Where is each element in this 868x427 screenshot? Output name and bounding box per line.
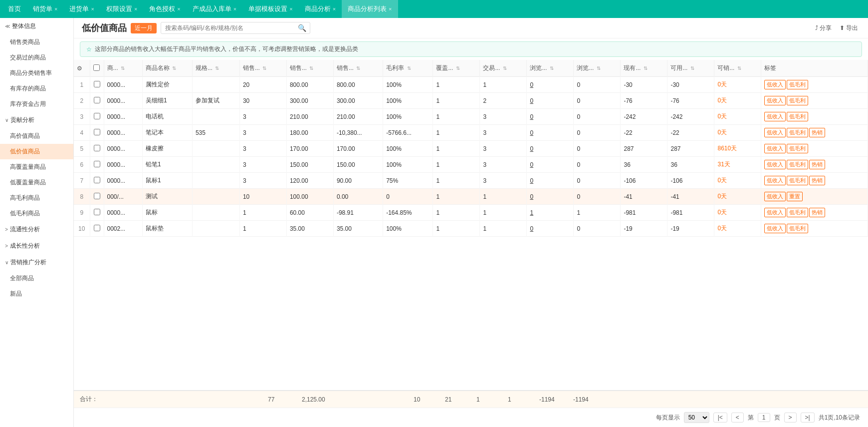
sidebar-item-all-products[interactable]: 全部商品 [0, 271, 73, 286]
col-browse1[interactable]: 浏览... ⇅ [527, 60, 574, 77]
browse-count-1[interactable]: 0 [527, 109, 574, 125]
browse-count-1[interactable]: 0 [527, 221, 574, 237]
sidebar-item-high-coverage[interactable]: 高覆盖量商品 [0, 159, 73, 175]
browse-link[interactable]: 0 [530, 225, 533, 232]
col-coverage[interactable]: 覆盖... ⇅ [433, 60, 480, 77]
search-input[interactable] [161, 22, 310, 34]
sidebar-item-low-value[interactable]: 低价值商品 [0, 144, 73, 159]
sidebar-item-new-products[interactable]: 新品 [0, 286, 73, 302]
row-checkbox[interactable] [94, 161, 100, 167]
browse-count-1[interactable]: 0 [527, 173, 574, 189]
row-checkbox[interactable] [94, 113, 100, 119]
nav-role-auth[interactable]: 角色授权 × [143, 0, 186, 18]
sidebar-item-inventory-funds[interactable]: 库存资金占用 [0, 96, 73, 112]
col-stock1[interactable]: 现有... ⇅ [621, 60, 667, 77]
browse-link[interactable]: 0 [530, 113, 533, 120]
browse-count-2: 0 [574, 221, 621, 237]
browse-link[interactable]: 0 [530, 177, 533, 184]
close-icon[interactable]: × [177, 6, 180, 12]
col-stock3[interactable]: 可销... ⇅ [714, 60, 761, 77]
close-icon[interactable]: × [233, 6, 236, 12]
col-stock2[interactable]: 可用... ⇅ [667, 60, 714, 77]
close-icon[interactable]: × [91, 6, 94, 12]
close-icon[interactable]: × [134, 6, 137, 12]
col-trade[interactable]: 交易... ⇅ [480, 60, 527, 77]
gross-rate: 100% [383, 109, 433, 125]
browse-count-1[interactable]: 0 [527, 125, 574, 141]
sidebar-item-high-margin[interactable]: 高毛利商品 [0, 190, 73, 206]
product-tags: 低收入低毛利热销 [761, 157, 868, 173]
browse-count-1[interactable]: 0 [527, 157, 574, 173]
close-icon[interactable]: × [333, 6, 336, 12]
close-icon[interactable]: × [389, 6, 392, 12]
row-checkbox[interactable] [94, 145, 100, 151]
sidebar-group-liquidity[interactable]: > 流通性分析 [0, 221, 73, 238]
row-checkbox[interactable] [94, 97, 100, 103]
sales-avg: 35.00 [333, 221, 383, 237]
nav-sales-order[interactable]: 销货单 × [27, 0, 63, 18]
sidebar-group-marketing[interactable]: ∨ 营销推广分析 [0, 254, 73, 271]
last-page-button[interactable]: >| [801, 413, 815, 423]
browse-link[interactable]: 0 [530, 145, 533, 152]
sidebar-group-contribution[interactable]: ∨ 贡献分析 [0, 112, 73, 128]
first-page-button[interactable]: |< [713, 413, 727, 423]
filter-period-button[interactable]: 近一月 [131, 23, 157, 33]
nav-order-template[interactable]: 单据模板设置 × [242, 0, 298, 18]
sidebar-item-stocked-products[interactable]: 有库存的商品 [0, 81, 73, 96]
nav-home[interactable]: 首页 [2, 0, 27, 18]
row-checkbox[interactable] [94, 209, 100, 215]
nav-product-analysis[interactable]: 商品分析 × [299, 0, 342, 18]
nav-product-analysis-list[interactable]: 商品分析列表 × [342, 0, 398, 18]
browse-link[interactable]: 0 [530, 161, 533, 168]
browse-count-1[interactable]: 0 [527, 93, 574, 109]
export-button[interactable]: ⬆ 导出 [838, 23, 860, 33]
nav-product-warehouse[interactable]: 产成品入库单 × [187, 0, 242, 18]
browse-link[interactable]: 0 [530, 129, 533, 136]
browse-link[interactable]: 1 [530, 209, 533, 216]
select-all-checkbox[interactable] [93, 64, 100, 71]
stock-available: 36 [667, 157, 714, 173]
col-sales-amt[interactable]: 销售... ⇅ [286, 60, 333, 77]
browse-link[interactable]: 0 [530, 193, 533, 200]
browse-count-1[interactable]: 0 [527, 141, 574, 157]
sidebar-item-category-sales-rate[interactable]: 商品分类销售率 [0, 65, 73, 81]
col-sales-qty[interactable]: 销售... ⇅ [239, 60, 286, 77]
sidebar-item-traded-products[interactable]: 交易过的商品 [0, 50, 73, 65]
col-settings[interactable]: ⚙ [74, 60, 90, 77]
page-size-select[interactable]: 50 100 200 [684, 412, 709, 423]
col-sales-avg[interactable]: 销售... ⇅ [333, 60, 383, 77]
browse-link[interactable]: 0 [530, 81, 533, 88]
sidebar-item-sales-products[interactable]: 销售类商品 [0, 34, 73, 50]
nav-permission-settings[interactable]: 权限设置 × [100, 0, 143, 18]
sidebar-item-high-value[interactable]: 高价值商品 [0, 128, 73, 144]
sidebar-item-low-margin[interactable]: 低毛利商品 [0, 206, 73, 221]
nav-purchase-order[interactable]: 进货单 × [63, 0, 100, 18]
row-checkbox[interactable] [94, 81, 100, 87]
tag-badge: 热销 [809, 160, 825, 169]
days-sellable: 0天 [714, 221, 761, 237]
col-code[interactable]: 商... ⇅ [104, 60, 142, 77]
browse-count-2: 0 [574, 173, 621, 189]
browse-count-1[interactable]: 1 [527, 205, 574, 221]
tag-badge: 低收入 [764, 208, 786, 217]
browse-link[interactable]: 0 [530, 97, 533, 104]
sidebar-group-overall[interactable]: ≪ 整体信息 [0, 18, 73, 34]
row-checkbox[interactable] [94, 129, 100, 135]
browse-count-1[interactable]: 0 [527, 77, 574, 93]
row-checkbox[interactable] [94, 177, 100, 183]
row-checkbox[interactable] [94, 225, 100, 231]
browse-count-1[interactable]: 0 [527, 189, 574, 205]
next-page-button[interactable]: > [784, 413, 797, 423]
col-spec[interactable]: 规格... ⇅ [192, 60, 239, 77]
sidebar-item-low-coverage[interactable]: 低覆盖量商品 [0, 175, 73, 190]
row-checkbox[interactable] [94, 193, 100, 199]
close-icon[interactable]: × [54, 6, 57, 12]
prev-page-button[interactable]: < [731, 413, 744, 423]
col-browse2[interactable]: 浏览... ⇅ [574, 60, 621, 77]
share-button[interactable]: ⤴ 分享 [813, 23, 834, 33]
footer-sales-qty: 77 [268, 396, 298, 403]
col-name[interactable]: 商品名称 ⇅ [142, 60, 192, 77]
close-icon[interactable]: × [289, 6, 292, 12]
col-gross-rate[interactable]: 毛利率 ⇅ [383, 60, 433, 77]
sidebar-group-growth[interactable]: > 成长性分析 [0, 238, 73, 254]
